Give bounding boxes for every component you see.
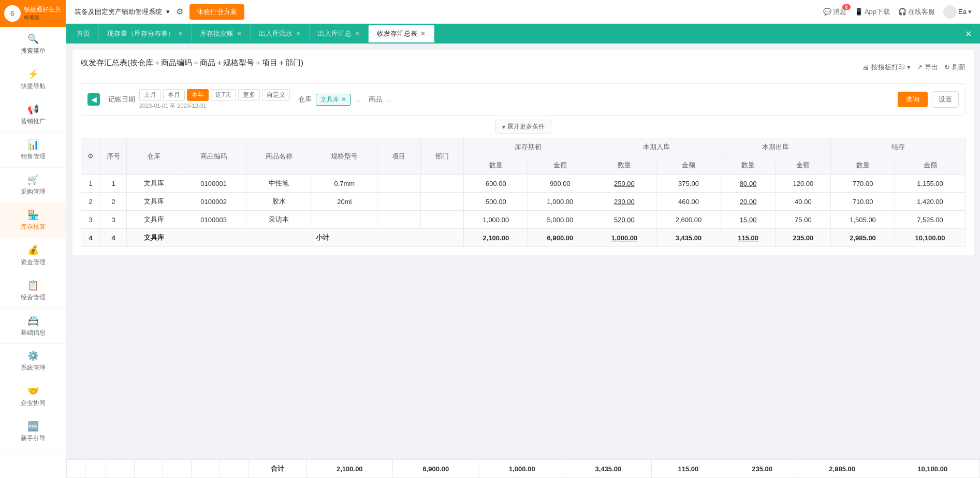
date-btn-last-month[interactable]: 上月	[139, 89, 161, 101]
finance-icon: 💰	[27, 244, 39, 256]
sidebar-item-enterprise[interactable]: 🤝 企业协同	[0, 379, 66, 414]
sidebar-item-purchase[interactable]: 🛒 采购管理	[0, 168, 66, 203]
total-row: 合计 2,100.00 6,900.00 1,000.00 3,435.00 1…	[67, 460, 980, 478]
logo-text: 畅捷通好生意 标准版	[24, 6, 61, 21]
tab-close-inout-summary[interactable]: ✕	[355, 30, 360, 37]
row2-out-amt: 40.00	[776, 193, 830, 211]
quick-icon: ⚡	[27, 68, 39, 80]
query-button[interactable]: 查询	[898, 92, 928, 107]
close-all-tabs-button[interactable]: ✕	[959, 25, 978, 43]
table-container: ⚙ 序号 仓库 商品编码 商品名称 规格型号 项目 部门 库存期初 本期入库 本	[81, 138, 966, 247]
data-table: ⚙ 序号 仓库 商品编码 商品名称 规格型号 项目 部门 库存期初 本期入库 本	[81, 138, 966, 247]
total-out-amt: 235.00	[725, 460, 799, 478]
subtotal-out-qty[interactable]: 115.00	[721, 229, 776, 247]
sidebar-item-search[interactable]: 🔍 搜索菜单	[0, 27, 66, 62]
row3-in-qty[interactable]: 520.00	[592, 211, 656, 229]
warehouse-more-button[interactable]: ...	[355, 96, 360, 103]
sidebar-menu: 🔍 搜索菜单 ⚡ 快捷导航 📢 营销推广 📊 销售管理 🛒 采购管理 🏪	[0, 27, 66, 478]
warehouse-tag-close[interactable]: ✕	[341, 96, 346, 103]
sidebar-item-inventory[interactable]: 🏪 库存核算	[0, 203, 66, 238]
row3-warehouse: 文具库	[127, 211, 181, 229]
row1-out-qty[interactable]: 80.00	[721, 175, 776, 193]
total-in-qty: 1,000.00	[479, 460, 565, 478]
subtotal-opening-qty: 2,100.00	[464, 229, 528, 247]
date-btn-7days[interactable]: 近7天	[211, 89, 236, 101]
enterprise-icon: 🤝	[27, 385, 39, 397]
online-service-button[interactable]: 🎧 在线客服	[898, 7, 935, 17]
username-label: Ea	[958, 8, 967, 16]
user-menu-button[interactable]: Ea ▾	[943, 5, 972, 19]
subtotal-in-qty[interactable]: 1,000.00	[592, 229, 656, 247]
table-col-settings[interactable]: ⚙	[81, 138, 100, 175]
sidebar-item-basic[interactable]: 📇 基础信息	[0, 309, 66, 344]
row2-num: 2	[81, 193, 100, 211]
date-btn-more[interactable]: 更多	[238, 89, 260, 101]
sidebar-item-sales[interactable]: 📊 销售管理	[0, 133, 66, 168]
row1-num: 1	[81, 175, 100, 193]
setting-button[interactable]: 设置	[932, 91, 959, 108]
tab-stock-dist[interactable]: 现存量（库存分布表） ✕	[99, 25, 192, 42]
tab-close-inout-flow[interactable]: ✕	[296, 30, 301, 37]
tab-close-receive-summary[interactable]: ✕	[420, 30, 426, 37]
subtotal-closing-qty: 2,985.00	[831, 229, 895, 247]
tab-batch[interactable]: 库存批次账 ✕	[192, 25, 251, 42]
phone-icon: 📱	[855, 8, 863, 16]
sidebar-item-label: 新手引导	[21, 434, 46, 443]
row3-out-qty[interactable]: 15.00	[721, 211, 776, 229]
table-col-opening-amt: 金额	[528, 156, 592, 175]
row2-opening-amt: 1,000.00	[528, 193, 592, 211]
table-row: 1 1 文具库 0100001 中性笔 0.7mm 600.00 900.00	[81, 175, 966, 193]
refresh-icon: ↻	[944, 63, 950, 71]
total-empty6	[192, 460, 220, 478]
tab-inout-flow[interactable]: 出入库流水 ✕	[251, 25, 310, 42]
total-closing-amt: 10,100.00	[885, 460, 980, 478]
operation-icon: 📋	[27, 280, 39, 291]
total-empty1	[67, 460, 85, 478]
sidebar-item-marketing[interactable]: 📢 营销推广	[0, 97, 66, 133]
tab-receive-summary[interactable]: 收发存汇总表 ✕	[369, 25, 434, 42]
footer-total-bar: 合计 2,100.00 6,900.00 1,000.00 3,435.00 1…	[66, 459, 980, 478]
system-name-label[interactable]: 装备及固定资产辅助管理系统	[75, 7, 162, 17]
table-col-goods-spec: 规格型号	[312, 138, 377, 175]
message-button[interactable]: 💬 消息 6	[823, 7, 846, 17]
tab-close-stock-dist[interactable]: ✕	[178, 30, 183, 37]
date-btn-this-month[interactable]: 本月	[163, 89, 185, 101]
sidebar-item-label: 系统管理	[21, 364, 46, 372]
sidebar-item-system[interactable]: ⚙️ 系统管理	[0, 344, 66, 379]
tab-close-batch[interactable]: ✕	[237, 30, 242, 37]
sidebar-item-operation[interactable]: 📋 经营管理	[0, 273, 66, 309]
subtotal-closing-amt: 10,100.00	[895, 229, 966, 247]
expand-icon: ▾	[502, 123, 505, 131]
export-button[interactable]: ↗ 导出	[917, 63, 938, 72]
filter-collapse-button[interactable]: ◀	[87, 93, 100, 106]
date-btn-this-year[interactable]: 本年	[187, 89, 209, 101]
row1-goods-spec: 0.7mm	[312, 175, 377, 193]
goods-more-button[interactable]: ...	[386, 96, 391, 103]
total-opening-qty: 2,100.00	[306, 460, 393, 478]
subtotal-label: 小计	[181, 229, 464, 247]
tab-home[interactable]: 首页	[68, 25, 99, 42]
row2-out-qty[interactable]: 20.00	[721, 193, 776, 211]
date-btn-custom[interactable]: 自定义	[262, 89, 290, 101]
print-template-button[interactable]: 🖨 按模板打印 ▾	[862, 63, 911, 72]
total-label: 合计	[248, 460, 306, 478]
subtotal-out-amt: 235.00	[776, 229, 830, 247]
row1-closing-amt: 1,155.00	[895, 175, 966, 193]
table-col-out-amt: 金额	[776, 156, 830, 175]
refresh-button[interactable]: ↻ 刷新	[944, 63, 966, 72]
table-col-goods-code: 商品编码	[181, 138, 246, 175]
experience-button[interactable]: 体验行业方案	[189, 4, 244, 20]
tab-inout-summary[interactable]: 出入库汇总 ✕	[310, 25, 369, 42]
settings-icon[interactable]: ⚙	[176, 7, 183, 17]
app-download-button[interactable]: 📱 App下载	[855, 7, 890, 17]
table-row: 2 2 文具库 0100002 胶水 20ml 500.00 1,000.00	[81, 193, 966, 211]
expand-more-button[interactable]: ▾ 展开更多条件	[495, 120, 551, 134]
sidebar-item-quick[interactable]: ⚡ 快捷导航	[0, 62, 66, 97]
top-header: 装备及固定资产辅助管理系统 ▾ ⚙ 体验行业方案 💬 消息 6 📱 App下载 …	[66, 0, 980, 24]
table-col-warehouse: 仓库	[127, 138, 181, 175]
sidebar-item-finance[interactable]: 💰 资金管理	[0, 238, 66, 273]
row1-in-qty[interactable]: 250.00	[592, 175, 656, 193]
guide-icon: 🆕	[27, 421, 39, 432]
sidebar-item-guide[interactable]: 🆕 新手引导	[0, 414, 66, 450]
row2-in-qty[interactable]: 230.00	[592, 193, 656, 211]
